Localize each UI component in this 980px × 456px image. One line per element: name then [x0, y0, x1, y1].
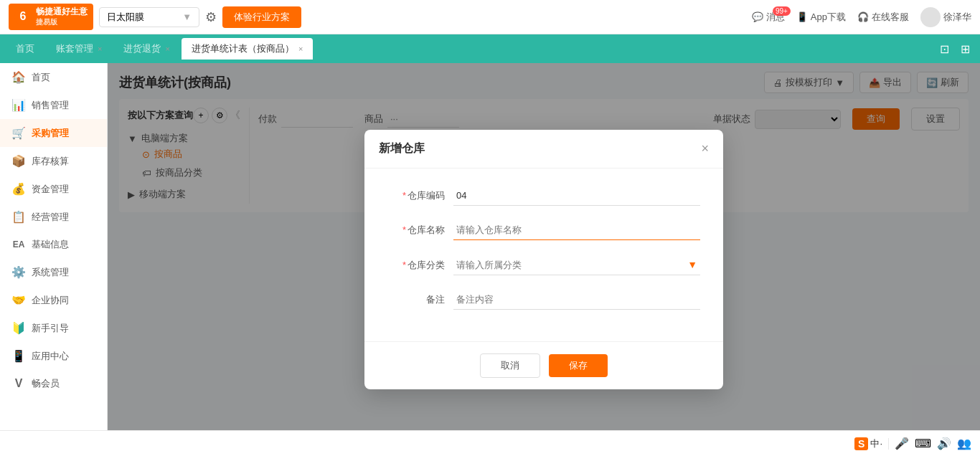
mic-btn[interactable]: 🎤	[895, 437, 909, 450]
tab-bar-end: ⊡ ⊞	[936, 39, 974, 59]
category-arrow-icon: ▼	[687, 259, 697, 270]
content-area: 进货单统计(按商品) 🖨 按模板打印 ▼ 📤 导出 🔄 刷新	[108, 63, 980, 456]
sidebar-label-vip: 畅会员	[32, 377, 60, 390]
remark-input[interactable]	[453, 290, 700, 310]
tab-accounts[interactable]: 账套管理 ×	[46, 38, 112, 60]
people-btn[interactable]: 👥	[957, 437, 971, 450]
guide-icon: 🔰	[11, 321, 26, 335]
modal-footer: 取消 保存	[364, 341, 723, 389]
tab-purchase-return[interactable]: 进货退货 ×	[113, 38, 179, 60]
sidebar-item-basic-info[interactable]: EA 基础信息	[0, 231, 107, 258]
sidebar-item-inventory[interactable]: 📦 库存核算	[0, 147, 107, 175]
app-label: App下载	[811, 11, 846, 24]
tab-expand-btn[interactable]: ⊞	[956, 39, 974, 59]
settings-icon[interactable]: ⚙	[205, 9, 217, 25]
sidebar-label-purchase: 采购管理	[32, 127, 69, 140]
bottom-divider	[888, 438, 889, 450]
sidebar-label-app: 应用中心	[32, 350, 69, 363]
sidebar-item-enterprise[interactable]: 🤝 企业协同	[0, 286, 107, 314]
app-icon: 📱	[11, 349, 26, 363]
cancel-button[interactable]: 取消	[480, 353, 540, 378]
tab-purchase-stat-close[interactable]: ×	[298, 44, 303, 53]
tab-purchase-stat-label: 进货单统计表（按商品）	[192, 42, 294, 55]
sidebar-label-basic-info: 基础信息	[32, 238, 69, 251]
modal-body: 仓库编码 仓库名称 仓库分类 ▼	[364, 168, 723, 341]
sound-btn[interactable]: 🔊	[937, 437, 951, 450]
category-label: 仓库分类	[387, 259, 445, 272]
headset-icon: 🎧	[857, 11, 869, 22]
app-download-item[interactable]: 📱 App下载	[796, 11, 846, 24]
header-right: 💬 消息 99+ 📱 App下载 🎧 在线客服 徐泽华	[752, 7, 971, 27]
sidebar-label-home: 首页	[32, 71, 50, 84]
tab-home[interactable]: 首页	[6, 38, 44, 60]
user-avatar-area[interactable]: 徐泽华	[920, 7, 971, 27]
sidebar-item-guide[interactable]: 🔰 新手引导	[0, 314, 107, 342]
sidebar-item-purchase[interactable]: 🛒 采购管理	[0, 119, 107, 147]
form-item-name: 仓库名称	[387, 220, 700, 240]
modal-close-btn[interactable]: ×	[701, 141, 709, 156]
trial-button[interactable]: 体验行业方案	[222, 6, 301, 28]
top-header: 6 畅捷通好生意 捷易版 日太阳膜 ▼ ⚙ 体验行业方案 💬 消息 99+ 📱 …	[0, 0, 980, 34]
store-arrow-icon: ▼	[182, 11, 192, 22]
avatar-icon	[920, 7, 941, 27]
s-logo: S	[854, 437, 868, 450]
tab-restore-btn[interactable]: ⊡	[936, 39, 953, 59]
service-label: 在线客服	[872, 11, 909, 24]
purchase-icon: 🛒	[11, 126, 26, 140]
service-item[interactable]: 🎧 在线客服	[857, 11, 909, 24]
sidebar-item-system[interactable]: ⚙️ 系统管理	[0, 258, 107, 286]
logo-area: 6 畅捷通好生意 捷易版	[9, 4, 93, 29]
tab-accounts-close[interactable]: ×	[98, 44, 102, 53]
tab-purchase-return-close[interactable]: ×	[165, 44, 169, 53]
logo-icon: 6	[14, 8, 32, 25]
sidebar-label-inventory: 库存核算	[32, 155, 69, 168]
sidebar-item-sales[interactable]: 📊 销售管理	[0, 91, 107, 119]
bottom-bar: S 中· 🎤 ⌨ 🔊 👥	[0, 430, 980, 456]
finance-icon: 💰	[11, 182, 26, 196]
message-icon: 💬	[752, 11, 763, 22]
category-input[interactable]	[456, 260, 687, 270]
sidebar-label-enterprise: 企业协同	[32, 294, 69, 307]
basic-info-icon: EA	[11, 239, 26, 250]
code-label: 仓库编码	[387, 189, 445, 202]
sidebar-label-operations: 经营管理	[32, 211, 69, 224]
category-select-wrap[interactable]: ▼	[453, 255, 700, 275]
store-name: 日太阳膜	[107, 11, 144, 24]
sidebar-item-home[interactable]: 🏠 首页	[0, 63, 107, 91]
save-button[interactable]: 保存	[549, 354, 608, 377]
name-input[interactable]	[453, 220, 700, 240]
remark-label: 备注	[387, 293, 445, 306]
tab-purchase-stat[interactable]: 进货单统计表（按商品） ×	[182, 38, 313, 60]
tab-purchase-return-label: 进货退货	[123, 42, 161, 55]
form-item-remark: 备注	[387, 290, 700, 310]
logo-text: 畅捷通好生意	[36, 6, 88, 16]
sidebar-label-system: 系统管理	[32, 266, 69, 279]
sidebar-item-finance[interactable]: 💰 资金管理	[0, 175, 107, 203]
store-selector[interactable]: 日太阳膜 ▼	[99, 7, 199, 27]
sidebar-item-app[interactable]: 📱 应用中心	[0, 342, 107, 370]
sales-icon: 📊	[11, 98, 26, 112]
logo-sub: 捷易版	[36, 17, 88, 27]
keyboard-btn[interactable]: ⌨	[915, 437, 931, 450]
main-layout: 🏠 首页 📊 销售管理 🛒 采购管理 📦 库存核算 💰 资金管理 📋 经营管理 …	[0, 63, 980, 456]
tab-home-label: 首页	[16, 42, 34, 55]
form-item-code: 仓库编码	[387, 186, 700, 206]
message-item[interactable]: 💬 消息 99+	[752, 11, 785, 24]
home-icon: 🏠	[11, 70, 26, 84]
sidebar: 🏠 首页 📊 销售管理 🛒 采购管理 📦 库存核算 💰 资金管理 📋 经营管理 …	[0, 63, 108, 456]
user-name: 徐泽华	[943, 11, 971, 24]
add-warehouse-modal: 新增仓库 × 仓库编码 仓库名称 仓库分类	[364, 130, 723, 389]
sidebar-label-guide: 新手引导	[32, 322, 69, 335]
form-item-category: 仓库分类 ▼	[387, 255, 700, 275]
phone-icon: 📱	[796, 11, 808, 22]
bottom-label: 中·	[870, 437, 882, 450]
code-input[interactable]	[453, 186, 700, 206]
sidebar-item-operations[interactable]: 📋 经营管理	[0, 203, 107, 231]
sidebar-label-finance: 资金管理	[32, 183, 69, 196]
tab-accounts-label: 账套管理	[56, 42, 93, 55]
system-icon: ⚙️	[11, 265, 26, 279]
sidebar-item-vip[interactable]: V 畅会员	[0, 370, 107, 397]
bottom-logo-area: S 中·	[854, 437, 882, 450]
tab-bar: 首页 账套管理 × 进货退货 × 进货单统计表（按商品） × ⊡ ⊞	[0, 34, 980, 63]
operations-icon: 📋	[11, 210, 26, 224]
